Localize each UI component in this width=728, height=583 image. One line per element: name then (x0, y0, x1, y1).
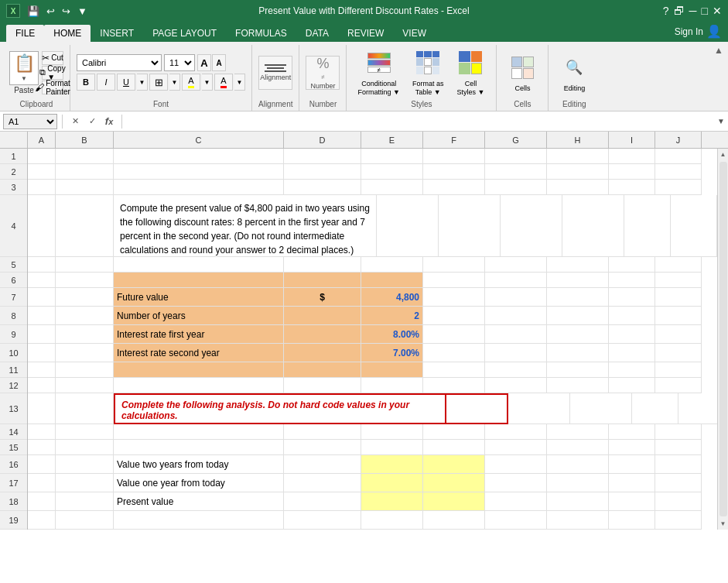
confirm-formula-button[interactable]: ✓ (84, 115, 100, 129)
cell-c8[interactable]: Number of years (114, 307, 284, 325)
expand-formula-button[interactable]: ▼ (717, 117, 725, 125)
cell-h18[interactable] (547, 492, 609, 511)
cell-e8[interactable]: 2 (361, 307, 423, 325)
cell-e2[interactable] (361, 164, 423, 180)
number-format-button[interactable]: % ≠ Number (306, 56, 340, 90)
cell-reference-select[interactable]: A1 (3, 114, 57, 129)
cell-f12[interactable] (423, 378, 485, 393)
customize-qa-button[interactable]: ▼ (75, 5, 90, 18)
font-size-select[interactable]: 11 (164, 54, 195, 71)
cell-b1[interactable] (56, 149, 114, 164)
cell-i16[interactable] (609, 455, 655, 474)
row-num-5[interactable]: 5 (0, 257, 27, 273)
cell-c18[interactable]: Present value (114, 492, 284, 511)
cell-f9[interactable] (423, 325, 485, 344)
cell-i7[interactable] (609, 288, 655, 307)
cell-c4[interactable]: Compute the present value of $4,800 paid… (114, 195, 377, 257)
col-header-a[interactable]: A (28, 132, 56, 148)
cell-h11[interactable] (547, 362, 609, 378)
cell-d2[interactable] (284, 164, 361, 180)
cell-j16[interactable] (655, 455, 702, 474)
cell-f15[interactable] (423, 440, 485, 455)
undo-button[interactable]: ↩ (44, 5, 57, 18)
cell-b19[interactable] (56, 511, 114, 530)
cell-c17[interactable]: Value one year from today (114, 474, 284, 492)
row-num-4[interactable]: 4 (0, 195, 27, 257)
help-button[interactable]: ? (663, 5, 669, 17)
cell-b9[interactable] (56, 325, 114, 344)
cell-j7[interactable] (655, 288, 702, 307)
cell-i6[interactable] (609, 273, 655, 288)
cell-i17[interactable] (609, 474, 655, 492)
formula-input[interactable] (127, 114, 714, 129)
cell-e14[interactable] (361, 424, 423, 440)
cell-c9[interactable]: Interest rate first year (114, 325, 284, 344)
cut-button[interactable]: ✂Cut (42, 51, 63, 65)
cell-c2[interactable] (114, 164, 284, 180)
cell-h13[interactable] (570, 393, 632, 424)
cell-f4[interactable] (439, 195, 501, 257)
cell-g8[interactable] (485, 307, 547, 325)
cell-g6[interactable] (485, 273, 547, 288)
cell-a7[interactable] (28, 288, 56, 307)
collapse-ribbon-button[interactable]: ▲ (714, 45, 723, 56)
row-num-10[interactable]: 10 (0, 344, 27, 362)
cell-g18[interactable] (485, 492, 547, 511)
cell-j17[interactable] (655, 474, 702, 492)
cell-g3[interactable] (485, 180, 547, 195)
row-num-3[interactable]: 3 (0, 180, 27, 195)
cell-c10[interactable]: Interest rate second year (114, 344, 284, 362)
cell-b18[interactable] (56, 492, 114, 511)
tab-insert[interactable]: INSERT (91, 25, 143, 42)
cell-h2[interactable] (547, 164, 609, 180)
cell-e9[interactable]: 8.00% (361, 325, 423, 344)
cell-h6[interactable] (547, 273, 609, 288)
cell-b17[interactable] (56, 474, 114, 492)
borders-button[interactable]: ⊞ (149, 74, 168, 91)
cell-b8[interactable] (56, 307, 114, 325)
cell-i4[interactable] (624, 195, 671, 257)
col-header-d[interactable]: D (284, 132, 361, 148)
cell-e5[interactable] (361, 257, 423, 273)
cell-d18[interactable] (284, 492, 361, 511)
cell-j14[interactable] (655, 424, 702, 440)
tab-page-layout[interactable]: PAGE LAYOUT (143, 25, 226, 42)
bold-button[interactable]: B (77, 74, 95, 91)
row-num-12[interactable]: 12 (0, 378, 27, 393)
format-painter-button[interactable]: 🖌Format Painter (42, 81, 63, 94)
cell-h8[interactable] (547, 307, 609, 325)
cell-c6[interactable] (114, 273, 284, 288)
minimize-button[interactable]: ─ (689, 5, 697, 17)
cell-g5[interactable] (485, 257, 547, 273)
row-num-17[interactable]: 17 (0, 474, 27, 492)
cell-e11[interactable] (361, 362, 423, 378)
cell-a4[interactable] (28, 195, 56, 257)
cell-g1[interactable] (485, 149, 547, 164)
col-header-i[interactable]: I (609, 132, 655, 148)
cancel-formula-button[interactable]: ✕ (67, 115, 83, 129)
cell-g14[interactable] (485, 424, 547, 440)
cell-b13[interactable] (56, 393, 114, 424)
underline-button[interactable]: U (117, 74, 135, 91)
cell-c11[interactable] (114, 362, 284, 378)
cell-g17[interactable] (485, 474, 547, 492)
editing-button[interactable]: 🔍 Editing (555, 50, 593, 95)
cell-c14[interactable] (114, 424, 284, 440)
cell-d5[interactable] (284, 257, 361, 273)
cell-b5[interactable] (56, 257, 114, 273)
cell-a1[interactable] (28, 149, 56, 164)
cell-h17[interactable] (547, 474, 609, 492)
cell-f7[interactable] (423, 288, 485, 307)
underline-dropdown[interactable]: ▼ (137, 74, 148, 91)
cell-d15[interactable] (284, 440, 361, 455)
copy-button[interactable]: ⧉Copy ▼ (42, 66, 63, 80)
cell-g15[interactable] (485, 440, 547, 455)
cell-c19[interactable] (114, 511, 284, 530)
cell-a11[interactable] (28, 362, 56, 378)
cell-b2[interactable] (56, 164, 114, 180)
sign-in-button[interactable]: Sign In 👤 (675, 24, 722, 42)
cell-j5[interactable] (655, 257, 702, 273)
cell-f2[interactable] (423, 164, 485, 180)
italic-button[interactable]: I (97, 74, 115, 91)
cell-j3[interactable] (655, 180, 702, 195)
